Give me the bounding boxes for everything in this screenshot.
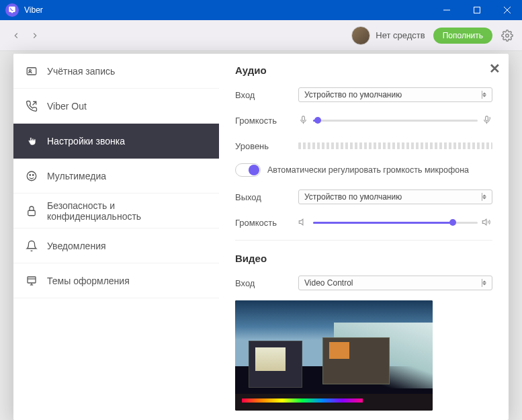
hand-cursor-icon: [26, 135, 38, 147]
close-modal-button[interactable]: ✕: [489, 60, 501, 77]
video-input-row: Вход Video Control: [235, 275, 492, 291]
maximize-button[interactable]: [462, 0, 492, 20]
settings-content: ✕ Аудио Вход Устройство по умолчанию Гро…: [219, 54, 509, 420]
svg-point-4: [506, 34, 509, 37]
auto-gain-toggle[interactable]: [235, 163, 261, 177]
auto-gain-row: Автоматически регулировать громкость мик…: [235, 163, 492, 177]
lock-icon: [26, 205, 38, 217]
speaker-high-icon: [482, 217, 492, 228]
sidebar-item-notifications[interactable]: Уведомления: [13, 228, 219, 263]
balance-text: Нет средств: [376, 30, 425, 40]
modal-backdrop: Учётная запись Viber Out Настройки звонк…: [0, 51, 522, 420]
mic-high-icon: [482, 115, 492, 126]
sidebar-item-label: Настройки звонка: [47, 136, 125, 146]
audio-output-select[interactable]: Устройство по умолчанию: [298, 190, 492, 204]
bell-icon: [26, 240, 38, 252]
sidebar-item-label: Учётная запись: [47, 66, 115, 77]
mic-volume-label: Громкость: [235, 116, 298, 126]
forward-button[interactable]: [26, 26, 44, 45]
video-input-label: Вход: [235, 278, 298, 288]
svg-point-7: [27, 171, 36, 181]
sidebar-item-account[interactable]: Учётная запись: [13, 54, 219, 89]
phone-out-icon: [26, 100, 38, 112]
mic-level-meter: [298, 142, 492, 149]
speaker-volume-slider[interactable]: [313, 222, 478, 224]
sidebar-item-call-settings[interactable]: Настройки звонка: [13, 124, 219, 159]
settings-gear-icon[interactable]: [499, 30, 515, 42]
sidebar-item-label: Viber Out: [47, 101, 87, 112]
video-preview: [235, 300, 433, 411]
mic-volume-slider[interactable]: [313, 120, 478, 122]
settings-modal: Учётная запись Viber Out Настройки звонк…: [13, 54, 509, 420]
speaker-volume-row: Громкость: [235, 214, 492, 230]
titlebar: Viber: [0, 0, 522, 20]
speaker-volume-label: Громкость: [235, 218, 298, 228]
audio-input-row: Вход Устройство по умолчанию: [235, 87, 492, 103]
sidebar-item-viber-out[interactable]: Viber Out: [13, 89, 219, 124]
account-card-icon: [26, 65, 38, 77]
svg-rect-12: [302, 116, 305, 121]
mic-level-row: Уровень: [235, 138, 492, 154]
audio-output-label: Выход: [235, 192, 298, 202]
sidebar-item-label: Мультимедиа: [47, 171, 106, 181]
video-input-select[interactable]: Video Control: [298, 276, 492, 290]
theme-icon: [26, 275, 38, 287]
audio-section-title: Аудио: [235, 65, 492, 76]
svg-rect-5: [27, 67, 36, 75]
svg-rect-1: [474, 7, 480, 13]
svg-point-9: [33, 174, 34, 175]
section-divider: [235, 240, 492, 241]
sidebar-item-multimedia[interactable]: Мультимедиа: [13, 159, 219, 194]
svg-rect-10: [28, 210, 36, 216]
audio-input-select[interactable]: Устройство по умолчанию: [298, 87, 492, 102]
window-title: Viber: [24, 5, 431, 15]
sidebar-item-label: Темы оформления: [47, 276, 130, 286]
settings-sidebar: Учётная запись Viber Out Настройки звонк…: [13, 54, 219, 420]
sidebar-item-label: Уведомления: [47, 241, 106, 251]
viber-logo-icon: [5, 3, 19, 17]
sidebar-item-security[interactable]: Безопасность и конфиденциальность: [13, 194, 219, 228]
video-section-title: Видео: [235, 253, 492, 264]
svg-point-6: [29, 69, 31, 71]
svg-rect-11: [28, 277, 36, 283]
audio-output-row: Выход Устройство по умолчанию: [235, 189, 492, 205]
main-toolbar: Нет средств Пополнить: [0, 20, 522, 51]
avatar[interactable]: [351, 26, 370, 45]
sidebar-item-label: Безопасность и конфиденциальность: [47, 200, 207, 222]
window-controls: [431, 0, 522, 20]
audio-input-label: Вход: [235, 90, 298, 100]
topup-button[interactable]: Пополнить: [433, 28, 492, 44]
svg-marker-16: [299, 219, 303, 225]
multimedia-icon: [26, 170, 38, 182]
mic-level-label: Уровень: [235, 141, 298, 151]
svg-point-8: [30, 174, 31, 175]
auto-gain-label: Автоматически регулировать громкость мик…: [267, 165, 469, 175]
mic-volume-row: Громкость: [235, 112, 492, 128]
minimize-button[interactable]: [431, 0, 462, 20]
sidebar-item-themes[interactable]: Темы оформления: [13, 263, 219, 298]
svg-rect-14: [486, 116, 488, 121]
speaker-low-icon: [298, 217, 309, 228]
mic-low-icon: [298, 115, 309, 126]
close-window-button[interactable]: [492, 0, 522, 20]
svg-marker-17: [482, 219, 486, 225]
back-button[interactable]: [7, 26, 26, 45]
